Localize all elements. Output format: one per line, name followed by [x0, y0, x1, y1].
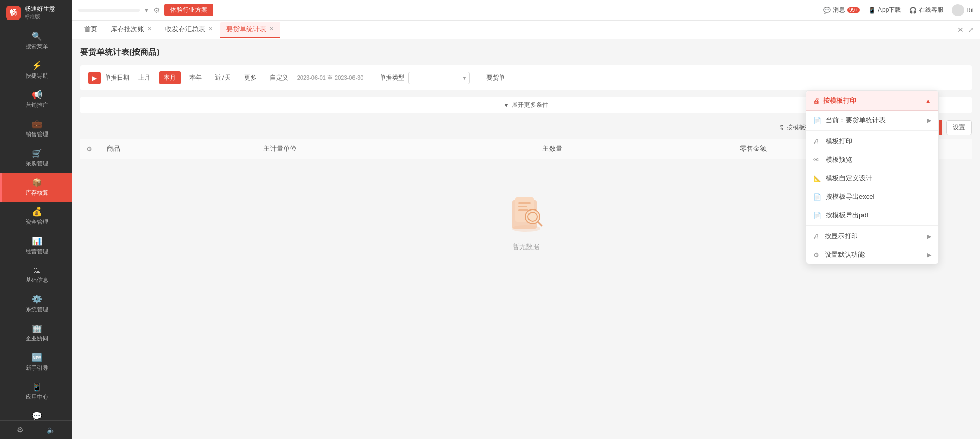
sidebar-item-quicknav[interactable]: ⚡ 快捷导航 [0, 55, 72, 85]
dropdown-item-default-setting[interactable]: ⚙ 设置默认功能 ▶ [806, 245, 938, 264]
table-gear-icon[interactable]: ⚙ [86, 145, 92, 153]
logo-text: 畅通好生意 标准版 [25, 5, 55, 21]
avatar [952, 4, 964, 16]
current-arrow-icon: ▶ [927, 117, 931, 124]
dropdown-display-sub: 按显示打印 ▶ [825, 232, 931, 241]
topbar-left: ▼ ⚙ 体验行业方案 [78, 4, 213, 16]
filter-expand-btn[interactable]: ▶ [88, 72, 101, 84]
chevron-up-icon[interactable]: ▲ [925, 97, 931, 105]
dropdown-divider-2 [806, 225, 938, 226]
date-btn-year[interactable]: 本年 [185, 71, 206, 84]
template-print-icon: 🖨 [813, 138, 821, 145]
tab-close-collection-summary[interactable]: ✕ [208, 26, 213, 32]
col-unit: 主计量单位 [257, 139, 536, 159]
settings-bottom-btn[interactable]: ⚙ [17, 426, 24, 434]
sidebar-logo: 畅 畅通好生意 标准版 [0, 0, 72, 26]
search-icon: 🔍 [32, 31, 42, 41]
sidebar-item-sales[interactable]: 💼 销售管理 [0, 114, 72, 143]
display-print-arrow: ▶ [927, 233, 931, 240]
online-service-btn[interactable]: 🎧 在线客服 [909, 6, 944, 14]
sales-icon: 💼 [32, 119, 42, 129]
app-icon: 📱 [32, 382, 42, 392]
dropdown-header-right: ▲ [925, 97, 931, 105]
default-setting-icon: ⚙ [813, 251, 820, 259]
service-icon: 🎧 [909, 7, 917, 14]
sidebar-item-search[interactable]: 🔍 搜索菜单 [0, 26, 72, 55]
user-avatar-area[interactable]: Rit [952, 4, 974, 16]
display-print-icon: 🖨 [813, 233, 820, 240]
dropdown-item-template-pdf[interactable]: 📄 按模板导出pdf [806, 206, 938, 224]
page-title: 要货单统计表(按商品) [80, 47, 972, 58]
date-btn-prev[interactable]: 上月 [133, 71, 155, 84]
sidebar-item-purchase[interactable]: 🛒 采购管理 [0, 143, 72, 173]
dropdown-item-template-preview[interactable]: 👁 模板预览 [806, 150, 938, 169]
dropdown-item-display-print[interactable]: 🖨 按显示打印 ▶ [806, 227, 938, 245]
tab-close-order-summary[interactable]: ✕ [269, 26, 274, 32]
topbar-right: 💬 消息 99+ 📱 App下载 🎧 在线客服 Rit [823, 4, 974, 16]
sidebar-item-wechat[interactable]: 💬 企业微信 [0, 406, 72, 420]
dropdown-current-item[interactable]: 📄 当前：要货单统计表 ▶ [806, 111, 938, 129]
sidebar-item-basic[interactable]: 🗂 基础信息 [0, 260, 72, 289]
tab-home[interactable]: 首页 [78, 22, 104, 38]
main-area: ▼ ⚙ 体验行业方案 💬 消息 99+ 📱 App下载 🎧 在线客服 Rit [72, 0, 980, 439]
maximize-icon[interactable]: ⤢ [968, 26, 974, 34]
sidebar-item-system[interactable]: ⚙️ 系统管理 [0, 289, 72, 318]
message-btn[interactable]: 💬 消息 99+ [823, 6, 860, 14]
tab-collection-summary[interactable]: 收发存汇总表 ✕ [159, 22, 219, 38]
svg-rect-3 [518, 202, 531, 204]
svg-line-8 [538, 222, 542, 226]
empty-icon [503, 190, 549, 236]
template-pdf-icon: 📄 [813, 212, 821, 219]
guide-icon: 🆕 [32, 353, 42, 362]
dropdown-header-title-area: 🖨 按模板打印 [813, 96, 856, 105]
inventory-icon: 📦 [32, 178, 42, 187]
current-template-icon: 📄 [813, 117, 821, 124]
topbar-search-box [78, 9, 140, 12]
tab-order-summary[interactable]: 要货单统计表 ✕ [220, 22, 280, 38]
system-icon: ⚙️ [32, 294, 42, 304]
print-template-icon: 🖨 [813, 97, 820, 105]
dropdown-current-sub: 当前：要货单统计表 ▶ [826, 116, 931, 125]
sidebar-item-marketing[interactable]: 📢 营销推广 [0, 85, 72, 114]
dropdown-menu: 🖨 按模板打印 ▲ 📄 当前：要货单统计表 ▶ 🖨 模板打印 [806, 90, 939, 264]
dropdown-item-template-design[interactable]: 📐 模板自定义设计 [806, 169, 938, 187]
sidebar-item-enterprise[interactable]: 🏢 企业协同 [0, 318, 72, 348]
enterprise-icon: 🏢 [32, 323, 42, 333]
sidebar-item-inventory[interactable]: 📦 库存核算 [0, 173, 72, 202]
purchase-icon: 🛒 [32, 148, 42, 158]
dropdown-item-template-print[interactable]: 🖨 模板打印 [806, 132, 938, 150]
volume-btn[interactable]: 🔈 [47, 426, 55, 434]
finance-icon: 💰 [32, 207, 42, 217]
template-preview-icon: 👁 [813, 156, 821, 164]
app-download-btn[interactable]: 📱 App下载 [868, 6, 901, 14]
tab-close-inventory-batch[interactable]: ✕ [147, 26, 152, 32]
close-icon[interactable]: ✕ [957, 26, 964, 34]
sidebar-item-operation[interactable]: 📊 经营管理 [0, 231, 72, 260]
settings-button[interactable]: 设置 [946, 120, 972, 135]
download-icon: 📱 [868, 7, 876, 14]
dropdown-item-template-excel[interactable]: 📄 按模板导出excel [806, 187, 938, 206]
template-excel-icon: 📄 [813, 193, 821, 201]
date-btn-7days[interactable]: 近7天 [210, 71, 236, 84]
marketing-icon: 📢 [32, 90, 42, 100]
date-btn-more[interactable]: 更多 [240, 71, 261, 84]
svg-rect-4 [518, 206, 527, 207]
sidebar-item-finance[interactable]: 💰 资金管理 [0, 202, 72, 231]
dropdown-default-sub: 设置默认功能 ▶ [825, 250, 931, 259]
topbar-gear-icon[interactable]: ⚙ [153, 6, 160, 14]
quicknav-icon: ⚡ [32, 61, 42, 70]
empty-text: 暂无数据 [513, 242, 539, 252]
sidebar-nav: 🔍 搜索菜单 ⚡ 快捷导航 📢 营销推广 💼 销售管理 🛒 采购管理 📦 库存核… [0, 26, 72, 420]
date-btn-current[interactable]: 本月 [159, 71, 181, 84]
expand-more-btn[interactable]: ▼ 展开更多条件 [503, 101, 548, 109]
tab-inventory-batch[interactable]: 库存批次账 ✕ [105, 22, 158, 38]
col-gear: ⚙ [80, 139, 101, 159]
date-btn-custom[interactable]: 自定义 [265, 71, 293, 84]
trial-button[interactable]: 体验行业方案 [164, 4, 213, 16]
logo-icon: 畅 [6, 6, 21, 20]
sidebar-item-app[interactable]: 📱 应用中心 [0, 377, 72, 406]
dropdown-header: 🖨 按模板打印 ▲ [806, 91, 938, 111]
content-area: 要货单统计表(按商品) ▶ 单据日期 上月 本月 本年 近7天 更多 自定义 2… [72, 39, 980, 439]
sidebar-item-guide[interactable]: 🆕 新手引导 [0, 348, 72, 377]
type-select[interactable] [408, 72, 470, 84]
